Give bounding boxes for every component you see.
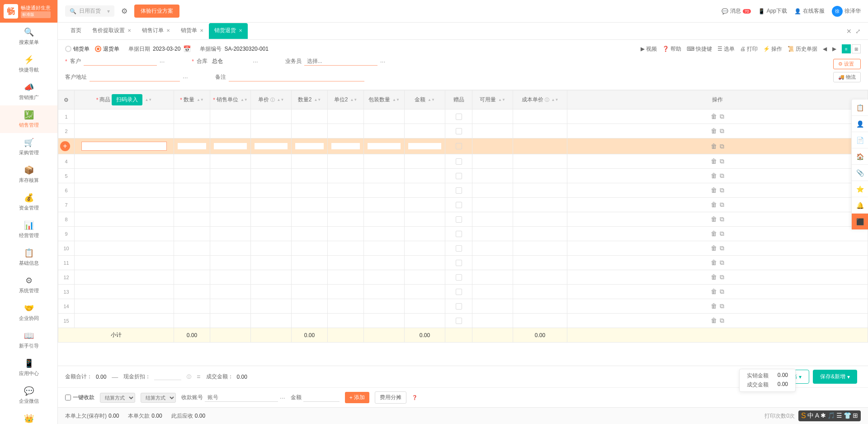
unit2-input[interactable] [331, 158, 360, 165]
right-tool-notes[interactable]: 📋 [852, 100, 868, 116]
price-input[interactable] [255, 114, 288, 120]
experience-btn[interactable]: 体验行业方案 [134, 5, 179, 18]
sidebar-item-vip[interactable]: 👑 畅会员 [0, 409, 57, 424]
copy-row-btn[interactable]: ⧉ [720, 186, 724, 194]
gift-checkbox[interactable] [456, 173, 462, 179]
pack-qty-input[interactable] [368, 216, 401, 223]
tab-sales-order[interactable]: 销售订单 ✕ [137, 23, 175, 39]
quantity-input[interactable] [178, 128, 207, 134]
calendar-icon[interactable]: 📅 [183, 45, 191, 52]
print-tool-8[interactable]: ⊞ [853, 412, 858, 420]
unit-input[interactable] [214, 245, 247, 252]
copy-row-btn[interactable]: ⧉ [720, 215, 724, 223]
qty2-input[interactable] [295, 216, 324, 223]
qty2-input[interactable] [295, 187, 324, 194]
qty2-input[interactable] [295, 173, 324, 179]
remark-input[interactable] [229, 73, 364, 81]
unit2-input[interactable] [331, 202, 360, 208]
product-input[interactable] [81, 288, 167, 296]
price-input[interactable] [255, 289, 288, 295]
unit-input[interactable] [214, 114, 247, 120]
unit-input[interactable] [214, 260, 247, 266]
message-btn[interactable]: 💬 消息 70 [722, 7, 751, 15]
unit-input[interactable] [214, 143, 247, 149]
unit-input[interactable] [214, 274, 247, 281]
qty2-input[interactable] [295, 318, 324, 324]
warehouse-select-btn[interactable]: ··· [253, 58, 258, 65]
copy-row-btn[interactable]: ⧉ [720, 259, 724, 267]
pack-qty-input[interactable] [368, 187, 401, 194]
pack-qty-input[interactable] [368, 202, 401, 208]
unit-input[interactable] [214, 202, 247, 208]
qty2-sort-icon[interactable]: ▲▼ [314, 98, 321, 102]
amount-cell-input[interactable] [408, 274, 441, 281]
operation-btn[interactable]: ⚡ 操作 [763, 45, 782, 53]
price-info-icon[interactable]: ⓘ [270, 97, 275, 103]
address-select-btn[interactable]: ··· [183, 74, 188, 81]
staff-input[interactable] [304, 57, 377, 66]
unit-input[interactable] [214, 187, 247, 194]
product-input[interactable] [81, 317, 167, 325]
account-input[interactable] [205, 393, 278, 402]
qty2-input[interactable] [295, 143, 324, 149]
copy-row-btn[interactable]: ⧉ [720, 127, 724, 135]
delete-row-btn[interactable]: 🗑 [711, 157, 717, 165]
history-btn[interactable]: 📜 历史单据 [788, 45, 817, 53]
right-tool-notify[interactable]: 🔔 [852, 197, 868, 214]
customer-input[interactable] [84, 57, 157, 66]
product-input[interactable] [81, 273, 167, 281]
right-tool-star[interactable]: ⭐ [852, 181, 868, 197]
qty2-input[interactable] [295, 245, 324, 252]
pack-qty-input[interactable] [368, 303, 401, 310]
radio-sales-bill[interactable]: 销货单 [65, 45, 90, 53]
delete-row-btn[interactable]: 🗑 [711, 259, 717, 267]
gift-checkbox[interactable] [456, 216, 462, 223]
copy-row-btn[interactable]: ⧉ [720, 288, 724, 295]
unit-input[interactable] [214, 158, 247, 165]
sidebar-item-apps[interactable]: 📱 应用中心 [0, 354, 57, 381]
delete-row-btn[interactable]: 🗑 [711, 143, 717, 150]
sidebar-item-guide[interactable]: 📖 新手引导 [0, 326, 57, 354]
quantity-input[interactable] [178, 303, 207, 310]
pack-sort-icon[interactable]: ▲▼ [392, 98, 400, 102]
right-tool-customer[interactable]: 👤 [852, 116, 868, 132]
print-tool-4[interactable]: ✱ [821, 412, 826, 420]
print-tool-6[interactable]: ☰ [836, 412, 842, 420]
unit-input[interactable] [214, 289, 247, 295]
copy-row-btn[interactable]: ⧉ [720, 317, 724, 324]
window-expand-icon[interactable]: ⤢ [855, 28, 861, 35]
sidebar-item-search[interactable]: 🔍 搜索菜单 [0, 23, 57, 50]
tab-price-settings[interactable]: 售价提取设置 ✕ [87, 23, 137, 39]
topbar-gear-btn[interactable]: ⚙ [118, 5, 131, 18]
tab-sales-return[interactable]: 销货退货 ✕ [209, 23, 248, 39]
pack-qty-input[interactable] [368, 289, 401, 295]
amount-input[interactable] [303, 393, 340, 402]
tab-sales-bill[interactable]: 销货单 ✕ [175, 23, 209, 39]
app-download-btn[interactable]: 📱 App下载 [758, 7, 787, 15]
unit2-input[interactable] [331, 303, 360, 310]
delete-row-btn[interactable]: 🗑 [711, 288, 717, 295]
amount-cell-input[interactable] [408, 202, 441, 208]
sort-icon[interactable]: ▲▼ [145, 98, 152, 102]
product-input[interactable] [81, 113, 167, 121]
delete-row-btn[interactable]: 🗑 [711, 127, 717, 135]
gift-checkbox[interactable] [456, 143, 462, 149]
copy-row-btn[interactable]: ⧉ [720, 143, 724, 150]
gift-checkbox[interactable] [456, 303, 462, 310]
sidebar-item-purchase[interactable]: 🛒 采购管理 [0, 133, 57, 161]
grid-table-btn[interactable]: ⊞ [852, 44, 861, 53]
amount-cell-input[interactable] [408, 143, 441, 149]
gift-checkbox[interactable] [456, 245, 462, 252]
pack-qty-input[interactable] [368, 274, 401, 281]
unit-input[interactable] [214, 318, 247, 324]
right-tool-attach[interactable]: 📎 [852, 165, 868, 181]
unit-input[interactable] [214, 128, 247, 134]
price-input[interactable] [255, 216, 288, 223]
qty2-input[interactable] [295, 158, 324, 165]
price-input[interactable] [255, 245, 288, 252]
unit-sort-icon[interactable]: ▲▼ [241, 98, 248, 102]
price-sort-icon[interactable]: ▲▼ [277, 98, 284, 102]
user-profile[interactable]: 徐 徐泽华 [832, 6, 861, 17]
unit2-input[interactable] [331, 245, 360, 252]
staff-select-btn[interactable]: ··· [380, 58, 386, 65]
